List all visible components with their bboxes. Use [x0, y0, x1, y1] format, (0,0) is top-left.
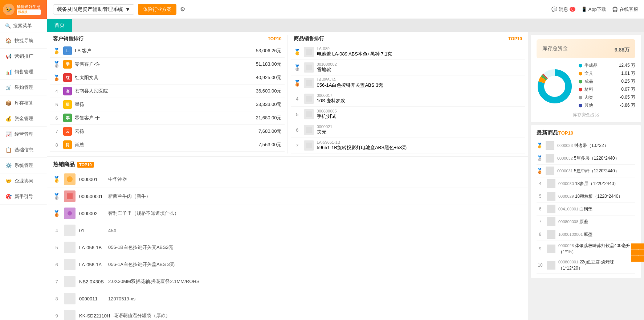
product-name: 5厘多层（1220*2440） — [574, 156, 619, 161]
sidebar-item-collab[interactable]: 🤝 企业协同 — [0, 173, 47, 189]
list-item: 4 0000030 18多层（1220*2440） — [537, 177, 635, 190]
logo-badge: 标准版 — [17, 9, 41, 15]
top-rankings-row: 客户销售排行 TOP10 🥇 L LS 客户 53,006.26元 — [47, 32, 528, 156]
legend-dot — [579, 64, 582, 67]
product-code: LA-056-1A — [79, 262, 105, 267]
info-icon: 📋 — [5, 147, 12, 153]
product-image — [304, 62, 314, 73]
table-row: 7 云 云扬 7,680.00元 — [50, 125, 285, 138]
online-service-action[interactable]: 🎧 在线客服 — [612, 6, 638, 13]
system-selector[interactable]: 装备及固定资产辅助管理系统 ▼ — [53, 4, 134, 15]
rank-number: 5 — [53, 245, 60, 250]
legend-name: 肉类 — [584, 94, 617, 100]
product-thumbnail — [546, 167, 554, 175]
product-code: LA-089 — [317, 46, 522, 51]
float-btn-live[interactable]: 直播 — [631, 256, 644, 262]
sidebar-item-inventory[interactable]: 📦 库存核算 — [0, 95, 47, 111]
sidebar-item-label: 基础信息 — [15, 147, 33, 153]
product-image — [304, 78, 314, 88]
product-name: 封边带（1.0*22） — [574, 143, 608, 148]
content-area: 客户销售排行 TOP10 🥇 L LS 客户 53,006.26元 — [47, 32, 644, 320]
legend-name: 文具 — [584, 70, 619, 77]
product-panel-header: 商品销售排行 TOP10 — [288, 32, 528, 44]
tab-bar: 首页 — [47, 19, 644, 32]
product-name: 原垄 — [579, 219, 588, 224]
inventory-chart-area: 半成品 12.45 万 文具 1.01 万 成品 0.25 万 — [537, 62, 635, 110]
rank-number: 9 — [53, 313, 60, 319]
product-top-badge: TOP10 — [508, 36, 522, 41]
product-info: 0000030 18多层（1220*2440） — [558, 181, 635, 187]
float-btn-service[interactable]: 客服热线 — [631, 243, 644, 250]
collab-icon: 🤝 — [5, 178, 12, 184]
product-code: 001000002 — [317, 62, 522, 66]
rank-number: 4 — [537, 181, 544, 186]
new-products-header: 最新商品 TOP10 — [537, 130, 635, 136]
product-thumbnail — [547, 230, 555, 239]
sidebar-item-basic-info[interactable]: 📋 基础信息 — [0, 142, 47, 158]
sidebar-item-label: 资金管理 — [15, 115, 33, 122]
app-download-action[interactable]: 📱 App下载 — [581, 6, 606, 13]
medal-icon: 🥉 — [294, 80, 301, 87]
product-code: 000500001 — [79, 194, 105, 199]
product-name: 18颗粒板（1220*2440） — [575, 194, 623, 199]
topbar: 装备及固定资产辅助管理系统 ▼ 体验行业方案 ⚙ 💬 消息 6 📱 App下载 … — [47, 0, 644, 19]
list-item: 7 000800008 原垄 — [537, 216, 635, 228]
search-menu[interactable]: 🔍 搜索菜单 — [0, 19, 47, 33]
product-name: 原垄 — [584, 232, 592, 237]
sidebar-item-quicknav[interactable]: 🏠 快捷导航 — [0, 33, 47, 49]
product-code: 0000017 — [317, 93, 522, 98]
sidebar-item-label: 采购管理 — [15, 84, 33, 91]
product-name: 10S 变料罗浆 — [317, 98, 522, 104]
rank-number: 8 — [53, 296, 60, 301]
table-row: 5 000800005 手机测试 — [291, 107, 525, 122]
list-item: 9 KK-SD22110H 花语萌值温分罐袋（厚款） — [47, 307, 528, 320]
customer-name: 肖总 — [75, 141, 256, 148]
product-info: 004100001 白钢垫 — [558, 206, 635, 212]
sidebar-item-operations[interactable]: 📈 经营管理 — [0, 127, 47, 142]
marketing-icon: 📢 — [5, 53, 12, 60]
svg-rect-3 — [306, 96, 312, 102]
product-image — [304, 94, 314, 104]
donut-chart — [537, 68, 573, 104]
sidebar-item-guide[interactable]: 🎯 新手引导 — [0, 189, 47, 205]
sidebar-item-finance[interactable]: 💰 资金管理 — [0, 111, 47, 127]
new-products-title: 最新商品 — [537, 130, 558, 136]
table-row: 🥇 LA-089 电池盖 LA-089 ABS本色+黑种 7.1克 — [291, 44, 525, 60]
product-thumbnail — [64, 242, 76, 253]
product-info: 10000100001 原垄 — [558, 231, 635, 238]
message-action[interactable]: 💬 消息 6 — [551, 6, 575, 13]
sidebar-item-sales[interactable]: 📊 销售管理 — [0, 64, 47, 80]
rank-number: 4 — [53, 89, 60, 94]
svg-rect-33 — [547, 261, 555, 270]
medal-icon: 🥈 — [294, 64, 301, 71]
inventory-label: 库存总资金 — [542, 45, 568, 52]
list-item: 🥈 0000032 5厘多层（1220*2440） — [537, 152, 635, 165]
rank-number: 7 — [537, 219, 544, 224]
list-item: 8 0000011 12070519-xs — [47, 290, 528, 307]
svg-point-12 — [68, 211, 72, 216]
table-row: 8 肖 肖总 7,563.00元 — [50, 138, 285, 152]
search-menu-label: 搜索菜单 — [13, 22, 32, 29]
list-item: 6 LA-056-1A 056-1A白色按键开关盖ABS 3壳 — [47, 256, 528, 273]
product-thumbnail — [547, 192, 555, 201]
product-name: 白钢垫 — [579, 206, 592, 212]
trial-button[interactable]: 体验行业方案 — [138, 4, 176, 15]
customer-value: 7,680.00元 — [258, 128, 282, 135]
product-panel-title: 商品销售排行 — [294, 36, 509, 42]
sidebar: 🐝 畅捷通好生意 标准版 🔍 搜索菜单 🏠 快捷导航 📢 营销推广 📊 销售管理… — [0, 0, 47, 320]
tab-home[interactable]: 首页 — [47, 19, 72, 32]
sidebar-item-purchase[interactable]: 🛒 采购管理 — [0, 80, 47, 95]
sidebar-item-marketing[interactable]: 📢 营销推广 — [0, 49, 47, 64]
legend-value: -3.86 万 — [620, 102, 635, 108]
sidebar-item-system[interactable]: ⚙️ 系统管理 — [0, 158, 47, 173]
rank-number: 6 — [537, 206, 544, 212]
product-name: 18多层（1220*2440） — [575, 181, 618, 186]
legend-item-meat: 肉类 -0.05 万 — [579, 94, 635, 100]
gear-icon[interactable]: ⚙ — [180, 6, 185, 13]
legend-name: 材料 — [584, 86, 619, 93]
rank-number: 5 — [537, 194, 544, 199]
product-info: 0000028 体锻荔枝味苏打饮品400毫升（1*15） — [558, 243, 635, 255]
float-btn-community[interactable]: 服务社区 — [631, 250, 644, 256]
legend-value: 0.25 万 — [621, 78, 635, 85]
inventory-total-card: 库存总资金 9.88万 — [537, 39, 635, 58]
